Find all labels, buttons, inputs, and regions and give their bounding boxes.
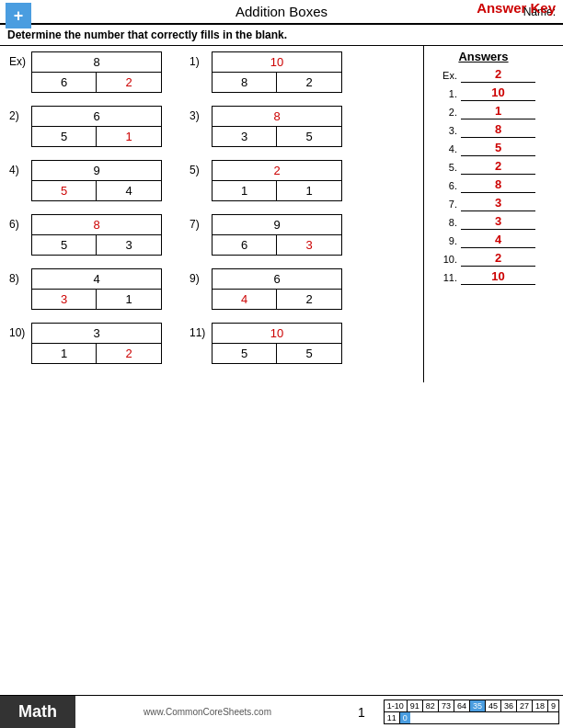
bottom-row: 62 [32, 73, 161, 92]
problem-number: 11) [190, 323, 208, 339]
top-value: 3 [32, 324, 161, 344]
bottom-right-value: 1 [97, 290, 161, 309]
bottom-right-value: 2 [97, 344, 161, 363]
answer-label: 10. [431, 254, 457, 265]
addition-box: 642 [212, 268, 342, 310]
problem: 9)642 [190, 268, 342, 310]
top-value: 10 [213, 324, 341, 344]
problem: 11)1055 [190, 323, 342, 364]
problem-number: 7) [190, 214, 208, 231]
bottom-left-value: 8 [213, 73, 277, 92]
addition-box: 954 [31, 160, 162, 201]
main-content: Ex)8621)10822)6513)8354)9545)2116)8537)9… [0, 46, 563, 382]
bottom-left-value: 6 [32, 73, 97, 92]
bottom-row: 82 [213, 73, 341, 92]
bottom-row: 54 [32, 181, 161, 200]
answer-item: 1. 10 [431, 85, 535, 101]
problem-row: 6)8537)963 [9, 214, 414, 256]
answer-label: 1. [431, 88, 457, 99]
instructions: Determine the number that correctly fill… [0, 25, 563, 46]
problem: 6)853 [9, 214, 162, 256]
top-value: 6 [213, 269, 341, 290]
bottom-left-value: 1 [32, 344, 97, 363]
bottom-row: 42 [213, 290, 341, 309]
addition-box: 835 [212, 106, 342, 147]
addition-box: 431 [31, 268, 162, 310]
answer-value: 2 [461, 159, 535, 175]
answer-item: 9. 4 [431, 233, 535, 248]
answer-value: 10 [461, 85, 535, 101]
problem-number: 3) [190, 106, 208, 122]
top-value: 2 [213, 161, 341, 181]
answers-list: Ex. 2 1. 10 2. 1 3. 8 4. 5 5. 2 6. 8 7. … [431, 67, 535, 285]
answer-value: 1 [461, 104, 535, 119]
answer-value: 3 [461, 214, 535, 230]
bottom-row: 35 [213, 127, 341, 146]
bottom-right-value: 5 [277, 127, 341, 146]
answer-sidebar: Answers Ex. 2 1. 10 2. 1 3. 8 4. 5 5. 2 … [423, 46, 543, 382]
bottom-right-value: 2 [277, 73, 341, 92]
problem: 2)651 [9, 106, 162, 147]
answer-value: 5 [461, 141, 535, 156]
top-value: 9 [213, 215, 341, 235]
answer-item: 7. 3 [431, 196, 535, 211]
answer-value: 2 [461, 67, 535, 83]
logo-icon: + [6, 3, 31, 28]
addition-box: 312 [31, 323, 162, 364]
addition-box: 853 [31, 214, 162, 256]
problem: 8)431 [9, 268, 162, 310]
answer-value: 4 [461, 233, 535, 248]
bottom-right-value: 3 [277, 235, 341, 255]
addition-box: 963 [212, 214, 342, 256]
problem-number: 5) [190, 160, 208, 176]
top-value: 8 [32, 52, 161, 73]
addition-box: 1055 [212, 323, 342, 364]
answer-item: 4. 5 [431, 141, 535, 156]
footer-stats: 1-10 91 82 73 64 35 45 36 27 18 9 11 0 [384, 700, 559, 724]
problem-number: 1) [190, 51, 208, 68]
problem-number: 10) [9, 323, 28, 339]
answer-item: 2. 1 [431, 104, 535, 119]
problem: 3)835 [190, 106, 342, 147]
footer: Math www.CommonCoreSheets.com 1 1-10 91 … [0, 695, 563, 728]
addition-box: 211 [212, 160, 342, 201]
answer-item: 11. 10 [431, 269, 535, 285]
bottom-left-value: 3 [213, 127, 277, 146]
answer-value: 2 [461, 251, 535, 267]
bottom-right-value: 2 [277, 290, 341, 309]
problem: 10)312 [9, 323, 162, 364]
answer-label: Ex. [431, 70, 457, 81]
bottom-right-value: 4 [97, 181, 161, 200]
addition-box: 651 [31, 106, 162, 147]
problem-number: 6) [9, 214, 28, 231]
bottom-left-value: 3 [32, 290, 97, 309]
answer-item: 5. 2 [431, 159, 535, 175]
bottom-row: 31 [32, 290, 161, 309]
answer-label: 2. [431, 107, 457, 118]
problem: 4)954 [9, 160, 162, 201]
bottom-right-value: 1 [97, 127, 161, 146]
problem: 5)211 [190, 160, 342, 201]
answer-value: 3 [461, 196, 535, 211]
bottom-left-value: 5 [32, 127, 97, 146]
bottom-left-value: 6 [213, 235, 277, 255]
answers-title: Answers [431, 50, 535, 63]
bottom-right-value: 3 [97, 235, 161, 255]
answer-label: 11. [431, 272, 457, 283]
top-value: 8 [213, 107, 341, 127]
bottom-left-value: 1 [213, 181, 277, 200]
problem-number: 4) [9, 160, 28, 176]
problem-row: 8)4319)642 [9, 268, 414, 310]
bottom-left-value: 5 [32, 235, 97, 255]
problem-row: 10)31211)1055 [9, 323, 414, 364]
problem: 7)963 [190, 214, 342, 256]
answer-label: 3. [431, 125, 457, 136]
bottom-left-value: 5 [32, 181, 97, 200]
bottom-right-value: 1 [277, 181, 341, 200]
problem-row: 4)9545)211 [9, 160, 414, 201]
bottom-right-value: 2 [97, 73, 161, 92]
answer-item: Ex. 2 [431, 67, 535, 83]
problem-number: 9) [190, 268, 208, 285]
answer-label: 5. [431, 162, 457, 173]
addition-box: 862 [31, 51, 162, 93]
